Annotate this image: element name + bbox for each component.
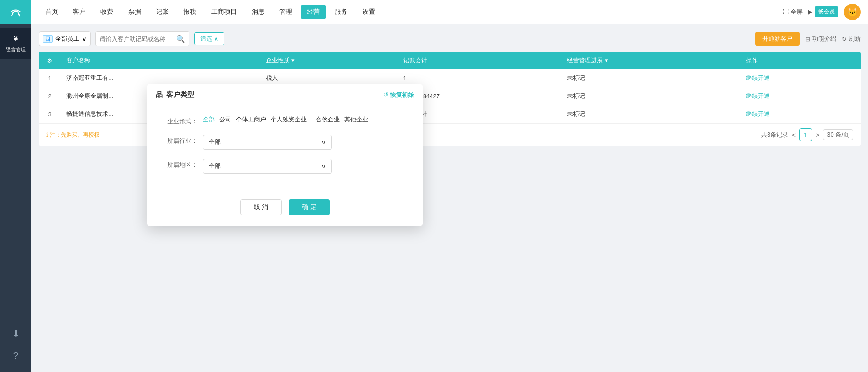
nav-manage[interactable]: 管理: [273, 5, 299, 19]
nav-operation[interactable]: 经营: [301, 5, 326, 19]
nav-tax[interactable]: 报税: [177, 5, 203, 19]
region-label: 所属地区：: [160, 159, 197, 169]
nav-biz[interactable]: 工商项目: [205, 5, 243, 19]
sidebar: ¥ 经营管理 ⬇ ?: [0, 24, 31, 372]
logo-area: [0, 0, 31, 24]
modal-header: 品 客户类型 ↺ 恢复初始: [147, 84, 423, 106]
modal-overlay: 品 客户类型 ↺ 恢复初始 企业形式： 全部 公司: [31, 24, 868, 372]
region-value: 全部: [209, 162, 221, 170]
sidebar-item-operation[interactable]: ¥ 经营管理: [0, 28, 31, 59]
sidebar-label-operation: 经营管理: [6, 46, 26, 53]
modal-title: 客户类型: [166, 90, 194, 99]
modal-reset-btn[interactable]: ↺ 恢复初始: [383, 91, 414, 99]
nav-ticket[interactable]: 票据: [122, 5, 148, 19]
industry-select[interactable]: 全部 ∨: [203, 135, 332, 150]
industry-form-row: 所属行业： 全部 ∨: [160, 135, 409, 150]
confirm-btn[interactable]: 确 定: [289, 199, 330, 215]
industry-value: 全部: [209, 138, 221, 146]
type-partnership[interactable]: 合伙企业: [316, 115, 340, 124]
industry-label: 所属行业：: [160, 135, 197, 145]
type-other[interactable]: 其他企业: [344, 115, 368, 124]
type-individual[interactable]: 个体工商户: [236, 115, 266, 124]
download-icon[interactable]: ⬇: [8, 324, 24, 343]
main-layout: ¥ 经营管理 ⬇ ? 四 全部员工 ∨ 🔍 筛选 ∧ 开通新客户: [0, 24, 868, 372]
vip-label: 畅会员: [815, 6, 838, 17]
yuan-icon: ¥: [10, 33, 21, 44]
modal-title-icon: 品: [156, 90, 163, 99]
type-company[interactable]: 公司: [219, 115, 231, 124]
cancel-btn[interactable]: 取 消: [240, 199, 282, 215]
modal-header-left: 品 客户类型: [156, 90, 194, 99]
sidebar-bottom: ⬇ ?: [0, 324, 31, 372]
video-icon: ▶: [808, 8, 813, 15]
nav-home[interactable]: 首页: [39, 5, 65, 19]
reset-icon: ↺: [383, 91, 388, 98]
industry-dropdown-icon: ∨: [321, 139, 326, 146]
industry-content: 全部 ∨: [203, 135, 409, 150]
enterprise-form-row: 企业形式： 全部 公司 个体工商户 个人独资企业 合伙企业 其他企业: [160, 115, 409, 126]
vip-btn[interactable]: ▶ 畅会员: [808, 6, 838, 17]
enterprise-form-label: 企业形式：: [160, 115, 197, 126]
region-form-row: 所属地区： 全部 ∨: [160, 159, 409, 174]
customer-type-modal: 品 客户类型 ↺ 恢复初始 企业形式： 全部 公司: [147, 84, 423, 226]
type-sole[interactable]: 个人独资企业: [271, 115, 307, 124]
nav-customer[interactable]: 客户: [66, 5, 92, 19]
nav-service[interactable]: 服务: [328, 5, 354, 19]
nav-fee[interactable]: 收费: [94, 5, 120, 19]
reset-label: 恢复初始: [390, 91, 414, 99]
nav-message[interactable]: 消息: [245, 5, 271, 19]
modal-footer: 取 消 确 定: [147, 192, 423, 226]
nav-items: 首页 客户 收费 票据 记账 报税 工商项目 消息 管理 经营 服务 设置: [39, 5, 783, 19]
help-icon[interactable]: ?: [9, 347, 22, 365]
region-select[interactable]: 全部 ∨: [203, 159, 332, 174]
nav-settings[interactable]: 设置: [356, 5, 382, 19]
top-nav: 首页 客户 收费 票据 记账 报税 工商项目 消息 管理 经营 服务 设置 ⛶ …: [0, 0, 868, 24]
enterprise-types: 全部 公司 个体工商户 个人独资企业 合伙企业 其他企业: [203, 115, 409, 124]
nav-accounting[interactable]: 记账: [149, 5, 175, 19]
fullscreen-btn[interactable]: ⛶ 全屏: [783, 8, 803, 16]
region-content: 全部 ∨: [203, 159, 409, 174]
fullscreen-label: 全屏: [791, 8, 803, 16]
nav-right: ⛶ 全屏 ▶ 畅会员 🐱: [783, 4, 861, 20]
fullscreen-icon: ⛶: [783, 8, 789, 15]
modal-body: 企业形式： 全部 公司 个体工商户 个人独资企业 合伙企业 其他企业: [147, 106, 423, 192]
content-area: 四 全部员工 ∨ 🔍 筛选 ∧ 开通新客户 ⊟ 功能介绍 ↻ 刷新: [31, 24, 868, 372]
avatar[interactable]: 🐱: [844, 4, 861, 20]
region-dropdown-icon: ∨: [321, 163, 326, 170]
type-all[interactable]: 全部: [203, 115, 215, 124]
avatar-icon: 🐱: [847, 7, 857, 17]
